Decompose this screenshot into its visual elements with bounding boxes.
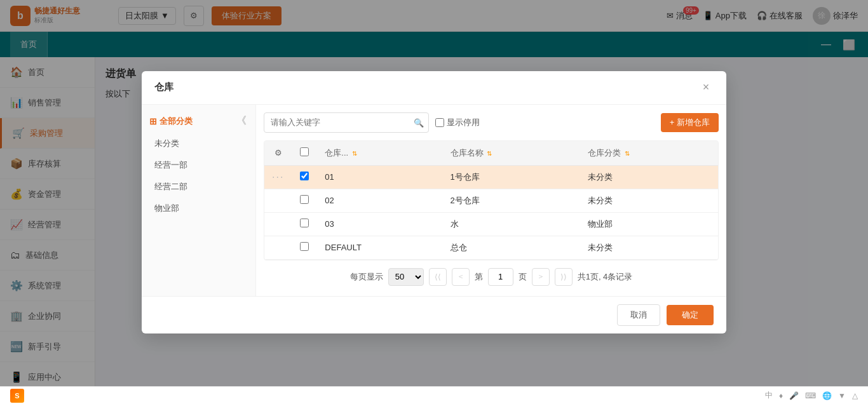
row-name-3: 总仓 xyxy=(443,236,581,259)
row-gear-cell-2 xyxy=(264,212,292,236)
search-bar: 🔍 显示停用 + 新增仓库 xyxy=(264,112,719,133)
table-wrap: ⚙ 仓库... ⇅ 仓库名称 xyxy=(264,140,719,260)
category-item-ops2[interactable]: 经营二部 xyxy=(142,176,255,198)
warehouse-dialog: 仓库 × ⊞ 全部分类 《 未分类 经营一部 xyxy=(142,71,726,333)
collapse-button[interactable]: 《 xyxy=(235,115,248,128)
search-icon[interactable]: 🔍 xyxy=(414,118,424,127)
col-category-header: 仓库分类 ⇅ xyxy=(580,141,718,166)
table-row[interactable]: 022号仓库未分类 xyxy=(264,189,718,212)
row-name-0: 1号仓库 xyxy=(443,165,581,189)
sort-icon-name: ⇅ xyxy=(487,150,492,157)
row-checkbox-0[interactable] xyxy=(300,172,309,180)
dialog-body: ⊞ 全部分类 《 未分类 经营一部 经营二部 物业部 xyxy=(142,105,726,296)
last-page-button[interactable]: ⟩⟩ xyxy=(555,268,573,286)
row-code-2: 03 xyxy=(317,212,442,236)
left-panel: ⊞ 全部分类 《 未分类 经营一部 经营二部 物业部 xyxy=(142,105,256,296)
right-panel: 🔍 显示停用 + 新增仓库 ⚙ xyxy=(256,105,726,296)
warehouse-table: ⚙ 仓库... ⇅ 仓库名称 xyxy=(264,141,718,260)
row-gear-cell-1 xyxy=(264,189,292,212)
dialog-header: 仓库 × xyxy=(142,71,726,105)
show-disabled-checkbox[interactable] xyxy=(435,118,444,127)
show-disabled-toggle[interactable]: 显示停用 xyxy=(435,117,480,128)
search-input-wrap: 🔍 xyxy=(264,112,429,133)
row-category-2: 物业部 xyxy=(580,212,718,236)
col-name-header: 仓库名称 ⇅ xyxy=(443,141,581,166)
pagination: 每页显示 50 20 100 ⟨⟨ ＜ 第 页 ＞ ⟩⟩ 共1页, 4条记录 xyxy=(264,260,719,288)
table-row[interactable]: 03水物业部 xyxy=(264,212,718,236)
all-category[interactable]: ⊞ 全部分类 xyxy=(149,116,193,127)
sort-icon-category: ⇅ xyxy=(625,150,630,157)
first-page-button[interactable]: ⟨⟨ xyxy=(429,268,447,286)
table-body: ···011号仓库未分类022号仓库未分类03水物业部DEFAULT总仓未分类 xyxy=(264,165,718,259)
dialog-footer: 取消 确定 xyxy=(142,296,726,333)
category-item-property[interactable]: 物业部 xyxy=(142,198,255,219)
row-name-1: 2号仓库 xyxy=(443,189,581,212)
table-row[interactable]: DEFAULT总仓未分类 xyxy=(264,236,718,259)
category-item-ops1[interactable]: 经营一部 xyxy=(142,154,255,176)
s-logo: S xyxy=(10,389,24,403)
search-input[interactable] xyxy=(264,112,429,133)
row-checkbox-cell-0[interactable] xyxy=(292,165,317,189)
row-checkbox-2[interactable] xyxy=(300,219,309,227)
next-page-button[interactable]: ＞ xyxy=(532,268,550,286)
row-checkbox-cell-3[interactable] xyxy=(292,236,317,259)
category-item-unclassified[interactable]: 未分类 xyxy=(142,133,255,154)
row-category-0: 未分类 xyxy=(580,165,718,189)
close-button[interactable]: × xyxy=(698,80,714,95)
row-checkbox-3[interactable] xyxy=(300,242,309,251)
row-category-1: 未分类 xyxy=(580,189,718,212)
row-gear-cell-3 xyxy=(264,236,292,259)
left-panel-header: ⊞ 全部分类 《 xyxy=(142,110,255,133)
add-warehouse-button[interactable]: + 新增仓库 xyxy=(661,113,719,132)
row-code-1: 02 xyxy=(317,189,442,212)
col-checkbox xyxy=(292,141,317,166)
row-checkbox-cell-1[interactable] xyxy=(292,189,317,212)
col-gear: ⚙ xyxy=(264,141,292,166)
prev-page-button[interactable]: ＜ xyxy=(452,268,470,286)
sort-icon-code: ⇅ xyxy=(352,150,357,157)
dialog-overlay: 仓库 × ⊞ 全部分类 《 未分类 经营一部 xyxy=(0,0,868,404)
col-code-header: 仓库... ⇅ xyxy=(317,141,442,166)
dots-menu-0[interactable]: ··· xyxy=(272,172,284,182)
per-page-select[interactable]: 50 20 100 xyxy=(388,268,424,286)
table-row[interactable]: ···011号仓库未分类 xyxy=(264,165,718,189)
row-gear-cell-0: ··· xyxy=(264,165,292,189)
confirm-button[interactable]: 确定 xyxy=(667,305,714,325)
cancel-button[interactable]: 取消 xyxy=(617,304,660,326)
row-checkbox-cell-2[interactable] xyxy=(292,212,317,236)
row-code-0: 01 xyxy=(317,165,442,189)
row-name-2: 水 xyxy=(443,212,581,236)
row-checkbox-1[interactable] xyxy=(300,195,309,204)
select-all-checkbox[interactable] xyxy=(300,147,309,156)
status-bar-right: 中 ♦ 🎤 ⌨ 🌐 ▼ △ xyxy=(765,390,858,401)
grid-icon: ⊞ xyxy=(149,116,157,126)
dialog-title: 仓库 xyxy=(154,81,173,93)
table-header-row: ⚙ 仓库... ⇅ 仓库名称 xyxy=(264,141,718,166)
gear-header-icon: ⚙ xyxy=(275,148,282,158)
row-category-3: 未分类 xyxy=(580,236,718,259)
status-bar: S 中 ♦ 🎤 ⌨ 🌐 ▼ △ xyxy=(0,386,868,404)
page-number-input[interactable] xyxy=(488,268,513,286)
row-code-3: DEFAULT xyxy=(317,236,442,259)
